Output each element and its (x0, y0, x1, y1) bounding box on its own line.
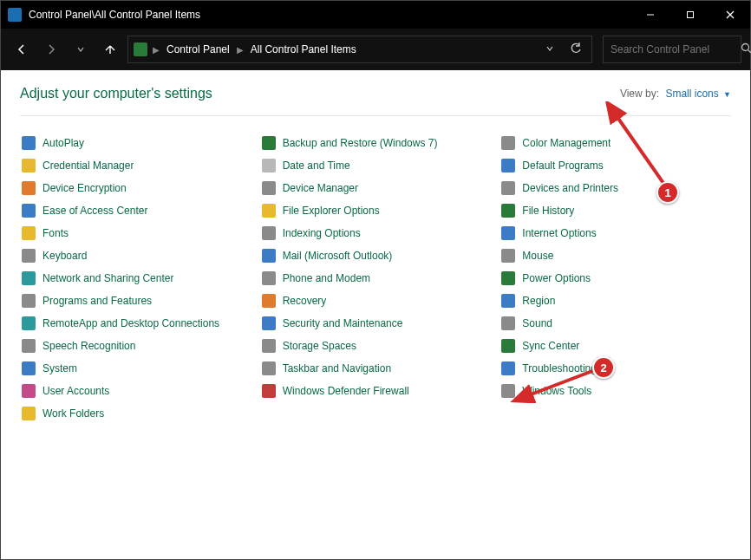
control-panel-item[interactable]: Indexing Options (260, 222, 492, 244)
control-panel-item[interactable]: Devices and Printers (500, 177, 731, 199)
window-controls (630, 1, 750, 29)
item-icon (501, 204, 515, 218)
control-panel-item[interactable]: System (20, 357, 251, 380)
control-panel-item[interactable]: Speech Recognition (20, 335, 251, 357)
page-title: Adjust your computer's settings (20, 86, 212, 101)
minimize-button[interactable] (630, 1, 670, 29)
search-input[interactable] (611, 43, 741, 55)
view-by-dropdown[interactable]: Small icons ▼ (665, 88, 731, 100)
item-label: User Accounts (42, 385, 109, 397)
item-icon (501, 181, 515, 195)
control-panel-item[interactable]: Mail (Microsoft Outlook) (260, 244, 492, 267)
item-icon (22, 181, 36, 195)
item-icon (22, 136, 36, 150)
item-label: Windows Tools (522, 385, 591, 397)
control-panel-item[interactable]: RemoteApp and Desktop Connections (20, 312, 251, 335)
control-panel-item[interactable]: Recovery (260, 290, 492, 312)
control-panel-item[interactable]: Windows Tools (500, 380, 731, 402)
control-panel-item[interactable]: Taskbar and Navigation (260, 357, 492, 380)
item-label: System (42, 362, 77, 374)
item-label: Keyboard (42, 250, 87, 262)
maximize-button[interactable] (670, 1, 710, 29)
control-panel-item[interactable]: Keyboard (20, 244, 251, 267)
item-label: Windows Defender Firewall (283, 385, 409, 397)
content-header: Adjust your computer's settings View by:… (20, 86, 731, 116)
control-panel-item[interactable]: Security and Maintenance (260, 312, 492, 335)
control-panel-item[interactable]: Device Encryption (20, 177, 251, 199)
item-icon (262, 271, 276, 285)
search-icon[interactable] (741, 42, 751, 56)
item-icon (22, 339, 36, 353)
control-panel-item[interactable]: Windows Defender Firewall (260, 380, 492, 402)
item-icon (22, 361, 36, 375)
item-icon (262, 136, 276, 150)
item-icon (22, 294, 36, 308)
item-icon (501, 271, 515, 285)
control-panel-item[interactable]: Sync Center (500, 335, 731, 357)
control-panel-item[interactable]: Sound (500, 312, 731, 335)
view-by: View by: Small icons ▼ (620, 88, 731, 100)
control-panel-item[interactable]: Credential Manager (20, 154, 251, 177)
control-panel-item[interactable]: Default Programs (500, 154, 731, 177)
address-bar[interactable]: ▶ Control Panel ▶ All Control Panel Item… (127, 36, 592, 63)
item-icon (501, 294, 515, 308)
control-panel-item[interactable]: Work Folders (20, 402, 251, 425)
control-panel-item[interactable]: Storage Spaces (260, 335, 492, 357)
item-label: Indexing Options (283, 227, 361, 239)
address-history-dropdown[interactable] (539, 43, 560, 55)
item-icon (22, 204, 36, 218)
control-panel-item[interactable]: Color Management (500, 132, 731, 154)
item-label: Security and Maintenance (283, 317, 403, 329)
control-panel-item[interactable]: Mouse (500, 244, 731, 267)
control-panel-item[interactable]: Fonts (20, 222, 251, 244)
item-icon (22, 159, 36, 173)
item-icon (262, 361, 276, 375)
control-panel-item[interactable]: Date and Time (260, 154, 492, 177)
chevron-right-icon[interactable]: ▶ (237, 45, 244, 55)
recent-dropdown[interactable] (69, 37, 93, 62)
view-by-label: View by: (620, 88, 659, 100)
breadcrumb-root[interactable]: Control Panel (165, 42, 232, 57)
item-icon (22, 226, 36, 240)
item-icon (501, 316, 515, 330)
item-icon (262, 159, 276, 173)
control-panel-item[interactable]: Backup and Restore (Windows 7) (260, 132, 492, 154)
control-panel-item[interactable]: File History (500, 199, 731, 222)
control-panel-item[interactable]: Programs and Features (20, 290, 251, 312)
control-panel-item[interactable]: Region (500, 290, 731, 312)
item-label: Storage Spaces (283, 340, 356, 352)
item-icon (501, 159, 515, 173)
item-label: Default Programs (522, 160, 603, 172)
titlebar[interactable]: Control Panel\All Control Panel Items (1, 1, 750, 29)
item-label: Date and Time (283, 160, 350, 172)
forward-button[interactable] (39, 37, 63, 62)
item-label: Power Options (522, 272, 591, 284)
control-panel-item[interactable]: User Accounts (20, 380, 251, 402)
control-panel-item[interactable]: AutoPlay (20, 132, 251, 154)
item-icon (22, 249, 36, 263)
close-button[interactable] (710, 1, 750, 29)
item-icon (262, 316, 276, 330)
item-icon (22, 316, 36, 330)
items-grid: AutoPlayBackup and Restore (Windows 7)Co… (20, 132, 731, 425)
breadcrumb-current[interactable]: All Control Panel Items (249, 42, 358, 57)
control-panel-item[interactable]: Phone and Modem (260, 267, 492, 290)
control-panel-item[interactable]: Troubleshooting (500, 357, 731, 380)
item-label: Mail (Microsoft Outlook) (283, 250, 393, 262)
item-label: Backup and Restore (Windows 7) (283, 137, 438, 149)
svg-point-4 (742, 44, 749, 51)
refresh-button[interactable] (565, 42, 586, 57)
up-button[interactable] (98, 37, 122, 62)
control-panel-item[interactable]: Internet Options (500, 222, 731, 244)
control-panel-item[interactable]: File Explorer Options (260, 199, 492, 222)
svg-line-5 (748, 50, 752, 54)
search-box[interactable] (603, 36, 741, 63)
control-panel-item[interactable]: Ease of Access Center (20, 199, 251, 222)
control-panel-item[interactable]: Device Manager (260, 177, 492, 199)
item-label: AutoPlay (42, 137, 84, 149)
control-panel-item[interactable]: Power Options (500, 267, 731, 290)
back-button[interactable] (10, 37, 34, 62)
item-label: Troubleshooting (522, 362, 597, 374)
control-panel-item[interactable]: Network and Sharing Center (20, 267, 251, 290)
chevron-right-icon[interactable]: ▶ (153, 45, 160, 55)
